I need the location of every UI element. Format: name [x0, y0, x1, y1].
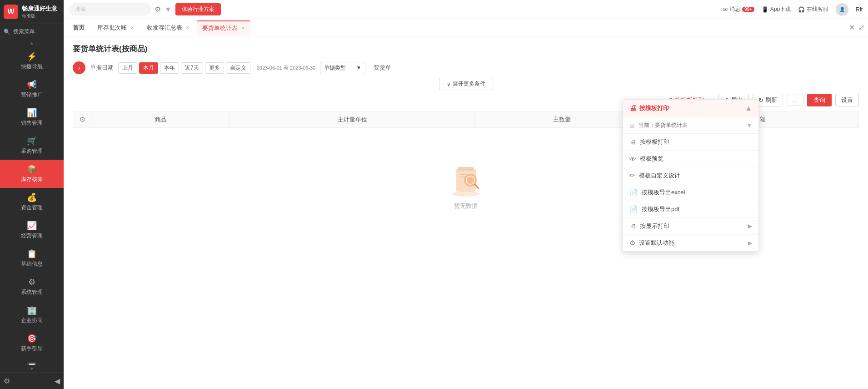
empty-icon — [443, 155, 489, 202]
dropdown-item-export-excel[interactable]: 📄 按模板导出excel — [623, 184, 758, 201]
dropdown-current-template[interactable]: ⊞ 当前：要货单统计表 ▼ — [623, 117, 758, 134]
print-dropdown: 🖨 按模板打印 ▲ ⊞ 当前：要货单统计表 ▼ 🖨 按模板打印 👁 模板预览 ✏… — [623, 99, 759, 252]
message-icon: ✉ — [723, 6, 728, 13]
filter-bar: › 单据日期 上月 本月 本年 近7天 更多 自定义 2023-06-01 至 … — [73, 61, 859, 74]
topbar-dropdown-icon[interactable]: ▼ — [165, 5, 172, 14]
table-col-unit: 主计量单位 — [230, 111, 475, 128]
dropdown-item-template-custom[interactable]: ✏ 模板自定义设计 — [623, 167, 758, 184]
message-button[interactable]: ✉ 消息 99+ — [723, 5, 754, 13]
sidebar-scroll-down[interactable]: ▼ — [0, 365, 64, 373]
order-type-select[interactable]: 单据类型 ▼ — [320, 62, 365, 74]
table-settings-icon[interactable]: ⚙ — [79, 116, 85, 123]
tab-close-order-stats[interactable]: ✕ — [241, 25, 245, 30]
headset-icon: 🎧 — [798, 6, 805, 13]
dropdown-title: 🖨 按模板打印 — [629, 104, 669, 112]
page-content: 要货单统计表(按商品) › 单据日期 上月 本月 本年 近7天 更多 自定义 2… — [64, 36, 868, 389]
sidebar-item-quick-nav[interactable]: ⚡ 快捷导航 — [0, 47, 64, 75]
quick-nav-icon: ⚡ — [27, 51, 37, 61]
close-all-tabs-icon[interactable]: ✕ — [849, 23, 855, 32]
tab-close-receipt-summary[interactable]: ✕ — [186, 25, 190, 30]
apps-icon: 🔲 — [27, 362, 37, 365]
display-print-icon: 🖨 — [629, 222, 636, 230]
dropdown-close-icon[interactable]: ▲ — [745, 104, 752, 112]
dropdown-item-display-print[interactable]: 🖨 按显示打印 ▶ — [623, 218, 758, 235]
current-year-button[interactable]: 本年 — [160, 62, 179, 74]
sidebar-item-basic[interactable]: 📋 基础信息 — [0, 244, 64, 273]
sidebar-search[interactable]: 🔍 搜索菜单 — [0, 24, 64, 39]
page-title: 要货单统计表(按商品) — [73, 44, 859, 54]
operations-icon: 📈 — [27, 221, 37, 231]
goods-order-label: 要货单 — [374, 64, 391, 72]
inventory-icon: 📦 — [27, 164, 37, 174]
chevron-down-icon: ∨ — [447, 81, 451, 87]
more-actions-button[interactable]: ... — [787, 95, 803, 106]
template-custom-icon: ✏ — [629, 172, 635, 180]
sidebar-item-finance[interactable]: 💰 资金管理 — [0, 188, 64, 216]
top-bar: 搜索 ⚙ ▼ 体验行业方案 ✉ 消息 99+ 📱 App下载 🎧 在线客服 👤 … — [64, 0, 868, 19]
set-default-arrow: ▶ — [748, 240, 752, 246]
svg-rect-2 — [458, 167, 474, 171]
app-download-button[interactable]: 📱 App下载 — [762, 5, 791, 13]
query-button[interactable]: 查询 — [807, 94, 832, 106]
collapse-icon[interactable]: ◀ — [55, 377, 60, 385]
dropdown-item-template-print[interactable]: 🖨 按模板打印 — [623, 134, 758, 151]
table-col-goods: 商品 — [91, 111, 230, 128]
expand-more-button[interactable]: ∨ 展开更多条件 — [439, 78, 493, 90]
guide-icon: 🎯 — [27, 333, 37, 344]
sidebar-item-system[interactable]: ⚙ 系统管理 — [0, 273, 64, 301]
dropdown-item-export-pdf[interactable]: 📄 按模板导出pdf — [623, 201, 758, 218]
sidebar-item-purchase[interactable]: 🛒 采购管理 — [0, 131, 64, 160]
app-download-icon: 📱 — [762, 6, 768, 13]
more-date-button[interactable]: 更多 — [205, 62, 224, 74]
marketing-icon: 📢 — [27, 80, 37, 90]
display-print-arrow: ▶ — [748, 223, 752, 229]
sidebar-item-guide[interactable]: 🎯 新手引导 — [0, 329, 64, 357]
settings-button[interactable]: 设置 — [835, 94, 859, 106]
tab-order-stats[interactable]: 要货单统计表 ✕ — [197, 20, 250, 35]
sidebar-item-sales[interactable]: 📊 销售管理 — [0, 103, 64, 131]
sales-icon: 📊 — [27, 108, 37, 118]
top-search-placeholder: 搜索 — [75, 6, 86, 12]
tab-batch-account[interactable]: 库存批次账 ✕ — [92, 21, 140, 35]
sidebar-item-operations[interactable]: 📈 经营管理 — [0, 216, 64, 244]
custom-date-button[interactable]: 自定义 — [226, 62, 250, 74]
sidebar-scroll-up[interactable]: ▲ — [0, 39, 64, 47]
last-7-days-button[interactable]: 近7天 — [181, 62, 203, 74]
message-badge: 99+ — [742, 7, 754, 12]
dropdown-item-set-default[interactable]: ⚙ 设置默认功能 ▶ — [623, 235, 758, 251]
tab-bar-controls: ✕ ⤢ — [849, 23, 864, 32]
svg-point-0 — [452, 191, 479, 197]
industry-solution-button[interactable]: 体验行业方案 — [175, 3, 221, 15]
topbar-gear-icon[interactable]: ⚙ — [155, 5, 161, 14]
user-avatar[interactable]: 👤 — [836, 3, 848, 16]
tab-close-batch-account[interactable]: ✕ — [130, 25, 134, 30]
filter-expand-button[interactable]: › — [73, 61, 85, 74]
tab-receipt-summary[interactable]: 收发存汇总表 ✕ — [141, 21, 195, 35]
settings-bottom-icon[interactable]: ⚙ — [4, 377, 10, 385]
export-pdf-icon: 📄 — [629, 205, 638, 213]
expand-tabs-icon[interactable]: ⤢ — [858, 23, 864, 32]
top-bar-search: 搜索 — [69, 3, 151, 15]
current-template-arrow: ▼ — [747, 122, 752, 129]
basic-icon: 📋 — [27, 249, 37, 259]
sidebar-item-enterprise[interactable]: 🏢 企业协同 — [0, 301, 64, 329]
table-col-settings: ⚙ — [73, 111, 91, 128]
current-month-button[interactable]: 本月 — [139, 62, 158, 74]
refresh-icon: ↻ — [758, 97, 763, 104]
top-bar-right: ✉ 消息 99+ 📱 App下载 🎧 在线客服 👤 Rit — [723, 3, 863, 16]
tab-home[interactable]: 首页 — [67, 21, 90, 35]
sidebar-item-inventory[interactable]: 📦 库存核算 — [0, 160, 64, 188]
expand-more-bar: ∨ 展开更多条件 — [73, 78, 859, 90]
dropdown-item-template-preview[interactable]: 👁 模板预览 — [623, 151, 758, 167]
online-service-button[interactable]: 🎧 在线客服 — [798, 5, 828, 13]
sidebar-item-marketing[interactable]: 📢 营销推广 — [0, 75, 64, 103]
date-range-display: 2023-06-01 至 2023-06-30 — [257, 65, 316, 71]
prev-month-button[interactable]: 上月 — [118, 62, 137, 74]
order-type-label: 单据类型 — [324, 64, 346, 72]
export-excel-icon: 📄 — [629, 188, 638, 197]
user-name: Rit — [856, 6, 863, 13]
empty-text: 暂无数据 — [454, 202, 478, 210]
app-logo-icon: W — [4, 5, 18, 19]
sidebar-item-apps[interactable]: 🔲 应用中心 — [0, 357, 64, 365]
main-content: 搜索 ⚙ ▼ 体验行业方案 ✉ 消息 99+ 📱 App下载 🎧 在线客服 👤 … — [64, 0, 868, 389]
